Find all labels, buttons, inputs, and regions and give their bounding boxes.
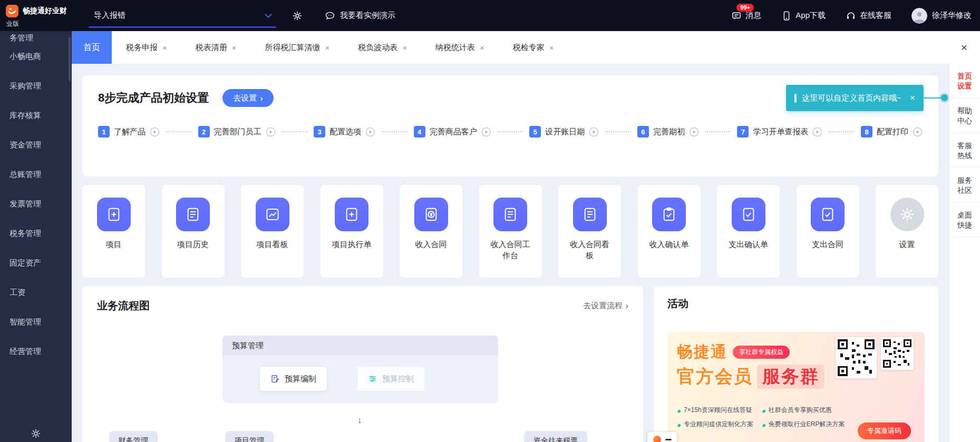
sidebar-item[interactable]: 经营管理 — [0, 337, 72, 366]
messages-button[interactable]: 99+ 消息 — [731, 11, 761, 21]
step-number: 2 — [198, 126, 210, 137]
sidebar-item[interactable]: 税务管理 — [0, 219, 72, 248]
app-tile-label: 收入确认单 — [649, 239, 689, 250]
close-tab-icon[interactable] — [402, 43, 407, 52]
floating-chat-minimized[interactable] — [647, 432, 677, 442]
sidebar-item-partial[interactable]: 务管理 — [0, 31, 72, 42]
tab-label: 纳税统计表 — [435, 43, 475, 53]
setup-step[interactable]: 3 配置选项 — [314, 126, 375, 137]
flow-section-project[interactable]: 项目管理 — [225, 431, 274, 442]
import-error-dropdown[interactable]: 导入报错 — [94, 0, 274, 31]
sidebar-item[interactable]: 固定资产 — [0, 248, 72, 278]
app-download-button[interactable]: App下载 — [781, 11, 826, 21]
tab-label: 所得税汇算清缴 — [265, 43, 321, 53]
flow-section-finance[interactable]: 财务管理 — [109, 431, 158, 442]
app-tile-expense-contract[interactable]: 支出合同 — [797, 185, 859, 278]
app-tile-income-confirmation[interactable]: 收入确认单 — [638, 185, 701, 278]
quick-panel-item-desktop-shortcut[interactable]: 桌面快捷 — [949, 203, 980, 238]
budget-edit-button[interactable]: 预算编制 — [259, 366, 327, 391]
setup-step[interactable]: 1 了解产品 — [98, 126, 160, 137]
quick-panel-item-service-hotline[interactable]: 客服热线 — [949, 133, 980, 168]
settings-gear-icon[interactable] — [292, 11, 303, 21]
banner-bullet: 7×15h资深顾问在线答疑 — [684, 406, 752, 415]
app-tile-income-contract-workbench[interactable]: 收入合同工作台 — [479, 185, 542, 278]
app-tile-project-board[interactable]: 项目看板 — [241, 185, 304, 278]
app-tile-income-contract-board[interactable]: 收入合同看板 — [558, 185, 621, 278]
step-connector — [382, 131, 407, 132]
close-tab-icon[interactable] — [325, 43, 330, 52]
promo-banner[interactable]: 畅捷通 享社群专属权益 官方会员 服务群 7×15h资深顾问在线答疑 社群会员专… — [667, 332, 925, 442]
go-flow-settings-label: 去设置流程 — [583, 301, 623, 311]
play-icon[interactable] — [365, 127, 375, 137]
demo-button[interactable]: 我要看实例演示 — [325, 11, 395, 21]
app-tile-project-order[interactable]: 项目执行单 — [321, 185, 383, 278]
quick-panel-item-help-center[interactable]: 帮助中心 — [949, 99, 980, 133]
quick-panel-item-service-community[interactable]: 服务社区 — [949, 168, 980, 203]
invite-code-button[interactable]: 专属邀请码 — [858, 423, 911, 439]
app-tile-project-history[interactable]: 项目历史 — [162, 185, 225, 278]
activity-title: 活动 — [667, 297, 925, 311]
setup-step[interactable]: 4 完善商品客户 — [414, 126, 491, 137]
budget-control-label: 预算控制 — [382, 374, 414, 384]
close-tab-icon[interactable] — [480, 43, 484, 52]
app-tile-expense-confirmation[interactable]: 支出确认单 — [717, 185, 780, 278]
setup-step[interactable]: 2 完善部门员工 — [198, 126, 276, 137]
app-tile-income-contract[interactable]: 收入合同 — [400, 185, 462, 278]
chevron-down-icon — [263, 10, 274, 22]
topbar-actions: 99+ 消息 App下载 在线客服 徐泽华修改 — [731, 8, 980, 24]
budget-edit-label: 预算编制 — [285, 374, 316, 384]
budget-control-button[interactable]: 预算控制 — [357, 366, 425, 391]
sidebar-item[interactable]: 工资 — [0, 278, 72, 307]
close-all-tabs-icon[interactable] — [961, 31, 967, 64]
close-tab-icon[interactable] — [232, 43, 237, 52]
banner-brand: 畅捷通 — [677, 341, 727, 363]
app-tile-label: 项目 — [106, 239, 122, 250]
tab[interactable]: 税检专家 — [499, 31, 568, 64]
flow-down-arrow-icon — [357, 416, 362, 425]
app-tile-settings[interactable]: 设置 — [876, 185, 938, 278]
quick-panel-item-home-settings[interactable]: 首页设置 — [949, 64, 980, 99]
sidebar-item[interactable]: 智能管理 — [0, 307, 72, 337]
close-tab-icon[interactable] — [162, 43, 167, 52]
setup-step[interactable]: 6 完善期初 — [637, 126, 699, 137]
setup-step[interactable]: 7 学习开单查报表 — [737, 126, 822, 137]
online-service-button[interactable]: 在线客服 — [846, 11, 891, 21]
play-icon[interactable] — [812, 127, 822, 137]
banner-group-text: 服务群 — [757, 365, 824, 389]
user-menu[interactable]: 徐泽华修改 — [911, 8, 972, 24]
tab[interactable]: 纳税统计表 — [421, 31, 499, 64]
play-icon[interactable] — [913, 127, 923, 137]
sidebar-scrollbar[interactable] — [69, 37, 71, 81]
app-tile-label: 收入合同 — [415, 239, 447, 250]
tab[interactable]: 税表清册 — [181, 31, 251, 64]
tab[interactable]: 所得税汇算清缴 — [251, 31, 344, 64]
app-tile-project[interactable]: 项目 — [82, 185, 145, 278]
sidebar-item[interactable]: 采购管理 — [0, 71, 72, 101]
setup-title: 8步完成产品初始设置 — [98, 90, 209, 106]
tab[interactable]: 税负波动表 — [344, 31, 421, 64]
close-tab-icon[interactable] — [549, 43, 554, 52]
go-setup-button[interactable]: 去设置 — [222, 89, 274, 107]
play-icon[interactable] — [481, 127, 491, 137]
step-number: 7 — [737, 126, 749, 137]
qr-code-icon — [881, 337, 914, 370]
sidebar-item[interactable]: 库存核算 — [0, 101, 72, 130]
play-icon[interactable] — [689, 127, 699, 137]
quick-panel-label: 帮助中心 — [956, 106, 973, 126]
sidebar-settings-gear-icon[interactable] — [0, 428, 72, 439]
sidebar-item[interactable]: 资金管理 — [0, 130, 72, 160]
play-icon[interactable] — [266, 127, 276, 137]
close-tooltip-icon[interactable] — [910, 93, 915, 103]
play-icon[interactable] — [589, 127, 599, 137]
sidebar-item[interactable]: 小畅电商 — [0, 42, 72, 71]
go-flow-settings-link[interactable]: 去设置流程 — [583, 301, 628, 311]
sidebar-item[interactable]: 发票管理 — [0, 189, 72, 219]
tab-home[interactable]: 首页 — [72, 31, 112, 64]
play-icon[interactable] — [150, 127, 160, 137]
tab-label: 税负波动表 — [358, 43, 397, 53]
flow-section-funds-invoice[interactable]: 资金往来税票 — [524, 431, 587, 442]
setup-step[interactable]: 8 配置打印 — [861, 126, 923, 137]
tab[interactable]: 税务申报 — [112, 31, 181, 64]
sidebar-item[interactable]: 总账管理 — [0, 160, 72, 189]
setup-step[interactable]: 5 设开账日期 — [529, 126, 599, 137]
